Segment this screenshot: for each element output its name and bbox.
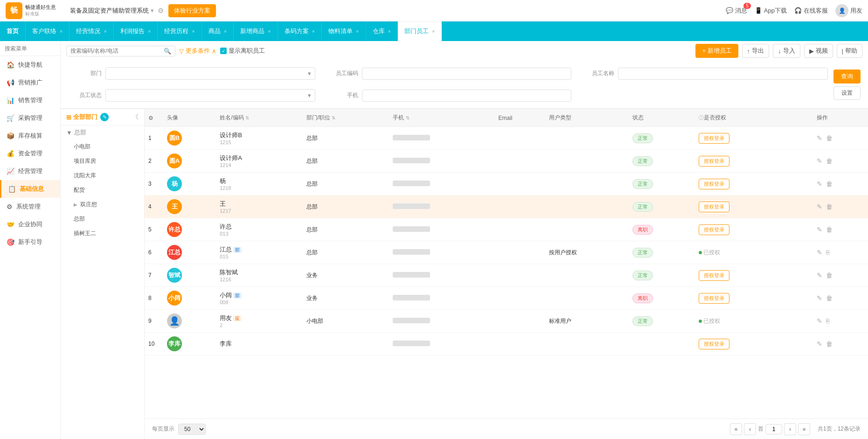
close-icon[interactable]: × xyxy=(60,28,62,34)
col-settings[interactable]: ⚙ xyxy=(145,109,163,127)
search-input[interactable] xyxy=(70,48,164,54)
video-button[interactable]: ▶ 视频 xyxy=(804,44,833,58)
emp-code-input[interactable] xyxy=(362,68,572,80)
auth-login-button[interactable]: 授权登录 xyxy=(699,156,729,167)
dept-node-chashuwang[interactable]: 插树王二 xyxy=(61,226,144,241)
tab-home[interactable]: 首页 xyxy=(0,21,26,41)
sort-icon[interactable]: ⇅ xyxy=(406,115,410,120)
edit-button[interactable]: ✎ xyxy=(817,203,822,210)
edit-dept-icon[interactable]: ✎ xyxy=(100,113,109,121)
close-icon[interactable]: × xyxy=(432,28,435,34)
resigned-checkbox[interactable]: ✓ xyxy=(220,48,227,54)
auth-login-button[interactable]: 授权登录 xyxy=(699,202,729,212)
more-filters-button[interactable]: ▽ 更多条件 ∧ xyxy=(179,47,216,55)
prev-page-button[interactable]: ‹ xyxy=(744,423,756,435)
import-button[interactable]: ↓ 导入 xyxy=(773,44,800,58)
copy-button[interactable]: ⎘ xyxy=(826,249,830,256)
close-icon[interactable]: × xyxy=(268,28,271,34)
col-name[interactable]: 姓名/编码 ⇅ xyxy=(216,109,303,127)
edit-button[interactable]: ✎ xyxy=(817,134,822,142)
show-resigned-toggle[interactable]: ✓ 显示离职员工 xyxy=(220,47,265,55)
online-service-button[interactable]: 🎧 在线客服 xyxy=(794,7,828,15)
tab-new-goods[interactable]: 新增商品 × xyxy=(234,21,278,41)
copy-button[interactable]: ⎘ xyxy=(826,317,830,325)
message-button[interactable]: 💬 消息 5 xyxy=(726,7,747,15)
user-menu[interactable]: 👤 用友 xyxy=(835,4,862,17)
sidebar-item-system[interactable]: ⚙ 系统管理 xyxy=(0,198,60,216)
delete-button[interactable]: 🗑 xyxy=(826,272,833,279)
auth-login-button[interactable]: 授权登录 xyxy=(699,270,729,281)
edit-button[interactable]: ✎ xyxy=(817,294,822,302)
sidebar-item-basicinfo[interactable]: 📋 基础信息 xyxy=(0,180,60,198)
app-download-button[interactable]: 📱 App下载 xyxy=(755,7,787,15)
page-number-input[interactable] xyxy=(765,424,782,434)
close-icon[interactable]: × xyxy=(312,28,315,34)
dept-node-peihuo[interactable]: 配货 xyxy=(61,183,144,197)
sort-icon[interactable]: ⇅ xyxy=(332,115,335,120)
close-icon[interactable]: × xyxy=(148,28,151,34)
close-icon[interactable]: × xyxy=(356,28,359,34)
sidebar-item-collab[interactable]: 🤝 企业协同 xyxy=(0,216,60,233)
edit-button[interactable]: ✎ xyxy=(817,317,822,325)
close-icon[interactable]: × xyxy=(388,28,391,34)
delete-button[interactable]: 🗑 xyxy=(826,180,833,188)
auth-login-button[interactable]: 授权登录 xyxy=(699,339,729,349)
auth-login-button[interactable]: 授权登录 xyxy=(699,133,729,144)
phone-input[interactable] xyxy=(362,90,572,102)
sidebar-item-finance[interactable]: 💰 资金管理 xyxy=(0,145,60,162)
title-dropdown-icon[interactable]: ▾ xyxy=(151,7,154,14)
emp-name-input[interactable] xyxy=(618,68,828,80)
collapse-dept-button[interactable]: 《 xyxy=(132,113,139,121)
tab-profit[interactable]: 利润报告 × xyxy=(114,21,158,41)
close-icon[interactable]: × xyxy=(192,28,194,34)
dept-node-shuangzhuang[interactable]: ▶双庄想 xyxy=(61,197,144,212)
auth-login-button[interactable]: 授权登录 xyxy=(699,179,729,189)
edit-button[interactable]: ✎ xyxy=(817,249,822,256)
delete-button[interactable]: 🗑 xyxy=(826,134,833,142)
last-page-button[interactable]: » xyxy=(798,423,810,435)
delete-button[interactable]: 🗑 xyxy=(826,340,833,348)
edit-button[interactable]: ✎ xyxy=(817,226,822,233)
help-button[interactable]: | 帮助 xyxy=(837,44,862,58)
auth-login-button[interactable]: 授权登录 xyxy=(699,293,729,304)
close-icon[interactable]: × xyxy=(104,28,106,34)
tab-history[interactable]: 经营历程 × xyxy=(158,21,201,41)
delete-button[interactable]: 🗑 xyxy=(826,157,833,165)
edit-button[interactable]: ✎ xyxy=(817,157,822,165)
sidebar-item-sales[interactable]: 📊 销售管理 xyxy=(0,91,60,109)
experience-button[interactable]: 体验行业方案 xyxy=(168,4,216,17)
tab-operation[interactable]: 经营情况 × xyxy=(69,21,113,41)
dept-node-shenyang[interactable]: 沈阳大库 xyxy=(61,168,144,183)
sidebar-item-guide[interactable]: 🎯 新手引导 xyxy=(0,233,60,251)
add-employee-button[interactable]: + 新增员工 xyxy=(695,44,738,58)
dept-node-project[interactable]: 项目库房 xyxy=(61,154,144,168)
edit-button[interactable]: ✎ xyxy=(817,180,822,188)
close-icon[interactable]: × xyxy=(224,28,227,34)
export-button[interactable]: ↑ 导出 xyxy=(742,44,770,58)
emp-status-select[interactable]: ▾ xyxy=(105,89,315,102)
dept-node-xiaodibu[interactable]: 小电部 xyxy=(61,139,144,154)
sidebar-item-bizmanage[interactable]: 📈 经营管理 xyxy=(0,162,60,180)
tab-dept-employee[interactable]: 部门员工 × xyxy=(398,21,442,41)
query-button[interactable]: 查询 xyxy=(833,70,861,84)
edit-button[interactable]: ✎ xyxy=(817,340,822,348)
tab-goods[interactable]: 商品 × xyxy=(202,21,234,41)
sidebar-item-purchase[interactable]: 🛒 采购管理 xyxy=(0,109,60,127)
sidebar-item-quicknav[interactable]: 🏠 快捷导航 xyxy=(0,56,60,74)
edit-button[interactable]: ✎ xyxy=(817,272,822,279)
first-page-button[interactable]: « xyxy=(730,423,742,435)
search-menu-input[interactable] xyxy=(5,45,61,52)
gear-button[interactable]: ⚙ xyxy=(158,7,164,15)
sort-icon[interactable]: ⇅ xyxy=(245,115,249,120)
sidebar-item-inventory[interactable]: 📦 库存核算 xyxy=(0,127,60,145)
tab-barcode[interactable]: 条码方案 × xyxy=(278,21,322,41)
tab-bom[interactable]: 物料清单 × xyxy=(322,21,366,41)
sidebar-item-marketing[interactable]: 📢 营销推广 xyxy=(0,74,60,91)
set-button[interactable]: 设置 xyxy=(833,86,861,100)
delete-button[interactable]: 🗑 xyxy=(826,294,833,302)
col-phone[interactable]: 手机 ⇅ xyxy=(389,109,494,127)
tab-warehouse[interactable]: 仓库 × xyxy=(366,21,398,41)
delete-button[interactable]: 🗑 xyxy=(826,203,833,210)
dept-filter-select[interactable]: ▾ xyxy=(105,67,315,80)
page-size-select[interactable]: 50 100 xyxy=(178,424,206,435)
